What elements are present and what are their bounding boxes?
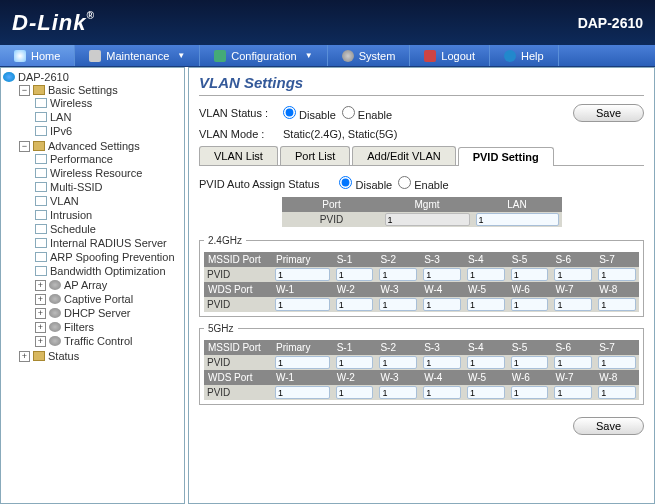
doc-icon <box>35 126 47 136</box>
tree-captive-portal[interactable]: +Captive Portal <box>35 293 182 305</box>
tree-traffic-control[interactable]: +Traffic Control <box>35 335 182 347</box>
tree-radius[interactable]: Internal RADIUS Server <box>35 237 182 249</box>
expand-icon[interactable]: + <box>35 322 46 333</box>
doc-icon <box>35 98 47 108</box>
pvid-5-wds-4[interactable] <box>467 386 505 399</box>
chevron-down-icon: ▼ <box>177 51 185 60</box>
tree-dhcp-server[interactable]: +DHCP Server <box>35 307 182 319</box>
tree-filters[interactable]: +Filters <box>35 321 182 333</box>
table-24: MSSID PortPrimaryS-1S-2S-3S-4S-5S-6S-7 P… <box>204 252 639 312</box>
pvid-24-wds-3[interactable] <box>423 298 461 311</box>
doc-icon <box>35 224 47 234</box>
tree-root[interactable]: DAP-2610 <box>3 71 182 83</box>
nav-tree: DAP-2610 −Basic Settings Wireless LAN IP… <box>0 67 185 504</box>
expand-icon[interactable]: + <box>35 280 46 291</box>
pvid-24-wds-6[interactable] <box>554 298 592 311</box>
tree-ap-array[interactable]: +AP Array <box>35 279 182 291</box>
pvid-5-wds-2[interactable] <box>379 386 417 399</box>
chevron-down-icon: ▼ <box>305 51 313 60</box>
logout-icon <box>424 50 436 62</box>
tab-vlan-list[interactable]: VLAN List <box>199 146 278 165</box>
pvid-auto-enable[interactable]: Enable <box>398 176 448 191</box>
pvid-24-wds-7[interactable] <box>598 298 636 311</box>
pvid-24-wds-1[interactable] <box>336 298 374 311</box>
tab-add-edit-vlan[interactable]: Add/Edit VLAN <box>352 146 455 165</box>
tree-ipv6[interactable]: IPv6 <box>35 125 182 137</box>
pvid-5-wds-7[interactable] <box>598 386 636 399</box>
pvid-24-mssid-7[interactable] <box>598 268 636 281</box>
tree-performance[interactable]: Performance <box>35 153 182 165</box>
pvid-mgmt-input[interactable] <box>385 213 470 226</box>
pvid-24-wds-0[interactable] <box>275 298 330 311</box>
pvid-5-mssid-5[interactable] <box>511 356 549 369</box>
pvid-24-mssid-0[interactable] <box>275 268 330 281</box>
pvid-24-mssid-1[interactable] <box>336 268 374 281</box>
pvid-lan-input[interactable] <box>476 213 559 226</box>
tree-multi-ssid[interactable]: Multi-SSID <box>35 181 182 193</box>
pvid-5-mssid-3[interactable] <box>423 356 461 369</box>
tree-advanced-settings[interactable]: −Advanced Settings <box>19 140 182 152</box>
tree-schedule[interactable]: Schedule <box>35 223 182 235</box>
menu-home[interactable]: Home <box>0 45 75 66</box>
pvid-5-mssid-4[interactable] <box>467 356 505 369</box>
pvid-24-mssid-3[interactable] <box>423 268 461 281</box>
collapse-icon[interactable]: − <box>19 85 30 96</box>
pvid-5-mssid-6[interactable] <box>554 356 592 369</box>
tree-basic-settings[interactable]: −Basic Settings <box>19 84 182 96</box>
vlan-status-enable[interactable]: Enable <box>342 106 392 121</box>
tree-lan[interactable]: LAN <box>35 111 182 123</box>
tree-bandwidth[interactable]: Bandwidth Optimization <box>35 265 182 277</box>
menu-system[interactable]: System <box>328 45 411 66</box>
expand-icon[interactable]: + <box>35 336 46 347</box>
pvid-5-mssid-7[interactable] <box>598 356 636 369</box>
tab-port-list[interactable]: Port List <box>280 146 350 165</box>
vlan-status-disable[interactable]: Disable <box>283 106 336 121</box>
pvid-5-wds-5[interactable] <box>511 386 549 399</box>
folder-icon <box>33 85 45 95</box>
model-label: DAP-2610 <box>578 15 643 31</box>
folder-icon <box>33 141 45 151</box>
pvid-5-mssid-2[interactable] <box>379 356 417 369</box>
save-button-top[interactable]: Save <box>573 104 644 122</box>
pvid-24-mssid-5[interactable] <box>511 268 549 281</box>
expand-icon[interactable]: + <box>35 308 46 319</box>
doc-icon <box>35 154 47 164</box>
pvid-5-wds-1[interactable] <box>336 386 374 399</box>
tree-status[interactable]: +Status <box>19 350 182 362</box>
pvid-5-mssid-0[interactable] <box>275 356 330 369</box>
band-24-fieldset: 2.4GHz MSSID PortPrimaryS-1S-2S-3S-4S-5S… <box>199 235 644 317</box>
pvid-24-wds-4[interactable] <box>467 298 505 311</box>
expand-icon[interactable]: + <box>35 294 46 305</box>
vlan-mode-label: VLAN Mode : <box>199 128 277 140</box>
tree-intrusion[interactable]: Intrusion <box>35 209 182 221</box>
tree-vlan[interactable]: VLAN <box>35 195 182 207</box>
gear-icon <box>49 294 61 304</box>
tab-pvid-setting[interactable]: PVID Setting <box>458 147 554 166</box>
header: D-Link® DAP-2610 <box>0 0 655 45</box>
pvid-24-mssid-6[interactable] <box>554 268 592 281</box>
pvid-24-wds-2[interactable] <box>379 298 417 311</box>
expand-icon[interactable]: + <box>19 351 30 362</box>
collapse-icon[interactable]: − <box>19 141 30 152</box>
menu-help[interactable]: Help <box>490 45 559 66</box>
save-button-bottom[interactable]: Save <box>573 417 644 435</box>
doc-icon <box>35 182 47 192</box>
pvid-24-mssid-4[interactable] <box>467 268 505 281</box>
pvid-5-wds-6[interactable] <box>554 386 592 399</box>
pvid-auto-disable[interactable]: Disable <box>339 176 392 191</box>
pvid-5-mssid-1[interactable] <box>336 356 374 369</box>
tree-wireless-resource[interactable]: Wireless Resource <box>35 167 182 179</box>
pvid-5-wds-0[interactable] <box>275 386 330 399</box>
tree-arp[interactable]: ARP Spoofing Prevention <box>35 251 182 263</box>
menu-logout[interactable]: Logout <box>410 45 490 66</box>
tree-wireless[interactable]: Wireless <box>35 97 182 109</box>
doc-icon <box>35 266 47 276</box>
menu-configuration[interactable]: Configuration▼ <box>200 45 327 66</box>
pvid-24-wds-5[interactable] <box>511 298 549 311</box>
menu-maintenance[interactable]: Maintenance▼ <box>75 45 200 66</box>
pvid-5-wds-3[interactable] <box>423 386 461 399</box>
folder-icon <box>33 351 45 361</box>
vlan-status-label: VLAN Status : <box>199 107 277 119</box>
pvid-24-mssid-2[interactable] <box>379 268 417 281</box>
disk-icon <box>214 50 226 62</box>
